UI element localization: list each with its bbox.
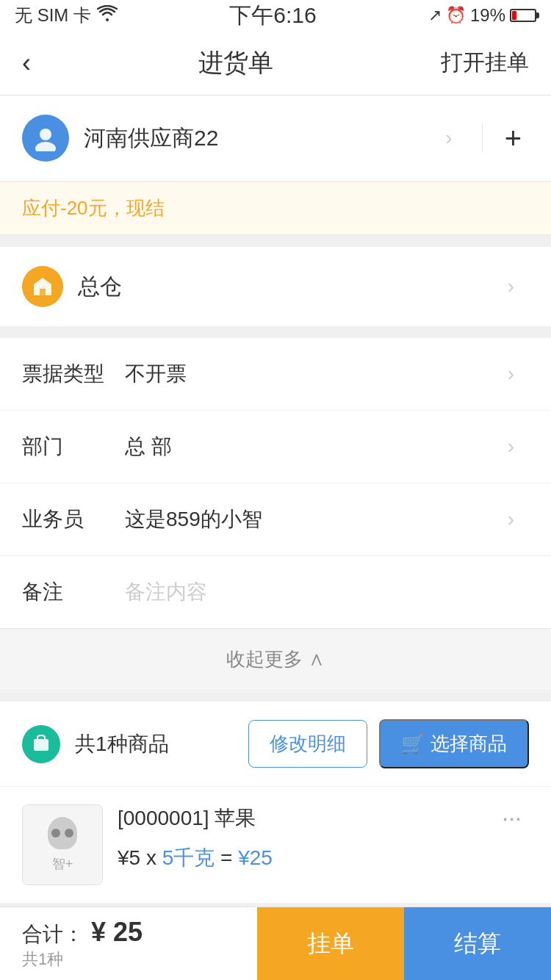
chevron-right-icon: ›	[508, 508, 514, 531]
status-bar: 无 SIM 卡 下午6:16 ↗ ⏰ 19%	[0, 0, 551, 31]
select-product-label: 选择商品	[431, 731, 507, 757]
svg-point-1	[35, 142, 56, 151]
total-price: ¥25	[238, 846, 273, 869]
chevron-right-icon: ›	[508, 275, 514, 298]
sales-rep-row[interactable]: 业务员 这是859的小智 ›	[0, 483, 551, 556]
products-header: 共1种商品 修改明细 🛒 选择商品	[0, 702, 551, 787]
open-hang-button[interactable]: 打开挂单	[441, 48, 529, 78]
product-thumbnail: 智+	[22, 804, 103, 885]
status-right: ↗ ⏰ 19%	[428, 5, 536, 26]
svg-point-0	[40, 129, 51, 140]
svg-rect-3	[34, 739, 48, 751]
divider	[482, 123, 483, 153]
carrier-label: 无 SIM 卡	[15, 4, 91, 27]
remark-label: 备注	[22, 578, 110, 606]
products-icon	[22, 725, 60, 763]
sales-rep-label: 业务员	[22, 505, 110, 533]
remark-row[interactable]: 备注 备注内容	[0, 556, 551, 628]
sales-rep-value: 这是859的小智	[125, 505, 508, 533]
edit-detail-button[interactable]: 修改明细	[248, 720, 367, 768]
quantity: 5千克	[162, 846, 215, 869]
supplier-row[interactable]: 河南供应商22 › +	[0, 96, 551, 181]
warehouse-row[interactable]: 总仓 ›	[0, 247, 551, 326]
battery-percent: 19%	[470, 5, 505, 26]
wifi-icon	[97, 5, 118, 26]
status-time: 下午6:16	[229, 1, 316, 31]
select-product-button[interactable]: 🛒 选择商品	[379, 719, 529, 768]
department-value: 总 部	[125, 433, 508, 461]
bottom-bar: 合计： ¥ 25 共1种 挂单 结算	[0, 907, 551, 980]
add-button[interactable]: +	[497, 122, 529, 155]
back-button[interactable]: ‹	[22, 48, 31, 79]
product-code: [0000001]	[118, 807, 215, 829]
total-amount: ¥ 25	[91, 917, 143, 948]
svg-rect-2	[40, 289, 46, 295]
payment-notice: 应付-20元，现结	[0, 181, 551, 235]
chevron-right-icon: ›	[508, 435, 514, 458]
form-card: 票据类型 不开票 › 部门 总 部 › 业务员 这是859的小智 › 备注 备注…	[0, 338, 551, 628]
warehouse-icon	[22, 266, 63, 307]
hang-button[interactable]: 挂单	[257, 907, 404, 980]
supplier-name: 河南供应商22	[84, 123, 445, 154]
product-title: 苹果	[215, 807, 256, 829]
product-price: ¥5 x 5千克 = ¥25	[118, 844, 494, 872]
product-info: [0000001] 苹果 ¥5 x 5千克 = ¥25	[118, 804, 494, 872]
warehouse-name: 总仓	[78, 272, 508, 302]
chevron-right-icon: ›	[445, 126, 452, 150]
ticket-type-value: 不开票	[125, 360, 508, 388]
department-row[interactable]: 部门 总 部 ›	[0, 411, 551, 483]
supplier-card: 河南供应商22 › + 应付-20元，现结	[0, 96, 551, 235]
product-more-button[interactable]: ···	[494, 804, 529, 832]
total-section: 合计： ¥ 25 共1种	[0, 907, 257, 980]
page-title: 进货单	[198, 46, 273, 80]
products-card: 共1种商品 修改明细 🛒 选择商品 智+	[0, 702, 551, 904]
main-content: 河南供应商22 › + 应付-20元，现结 总仓 › 票据类型 不开票 ›	[0, 96, 551, 977]
ticket-type-label: 票据类型	[22, 360, 110, 388]
warehouse-card: 总仓 ›	[0, 247, 551, 326]
total-text: 合计：	[22, 920, 84, 948]
total-sub: 共1种	[22, 948, 235, 970]
owl-logo: 智+	[48, 817, 77, 873]
location-icon: ↗	[428, 6, 442, 25]
products-count: 共1种商品	[75, 730, 248, 758]
ticket-type-row[interactable]: 票据类型 不开票 ›	[0, 338, 551, 411]
collapse-button[interactable]: 收起更多 ∧	[0, 628, 551, 690]
battery-icon	[510, 9, 536, 22]
total-label: 合计： ¥ 25	[22, 917, 235, 948]
product-item: 智+ [0000001] 苹果 ¥5 x 5千克 = ¥25 ···	[0, 787, 551, 904]
checkout-button[interactable]: 结算	[404, 907, 551, 980]
remark-placeholder[interactable]: 备注内容	[125, 578, 529, 606]
department-label: 部门	[22, 433, 110, 461]
status-left: 无 SIM 卡	[15, 4, 118, 27]
alarm-icon: ⏰	[446, 6, 466, 25]
product-name: [0000001] 苹果	[118, 804, 494, 832]
chevron-right-icon: ›	[508, 362, 514, 386]
cart-icon: 🛒	[401, 732, 425, 755]
equals: =	[215, 846, 238, 869]
nav-bar: ‹ 进货单 打开挂单	[0, 31, 551, 96]
unit-price: ¥5 x	[118, 846, 162, 869]
supplier-avatar	[22, 115, 69, 162]
